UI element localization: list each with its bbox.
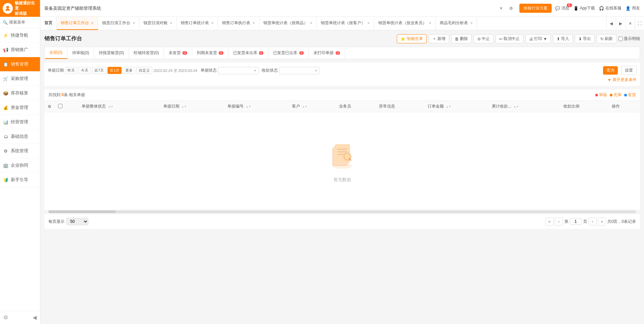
tab-scroll-left[interactable]: ◀ bbox=[606, 17, 616, 30]
tab-cash-daily-close[interactable]: ✕ bbox=[132, 21, 135, 25]
tab-product-margin-close[interactable]: ✕ bbox=[470, 21, 473, 25]
sub-tab-overdue-ship[interactable]: 到期未发货 0 bbox=[192, 47, 228, 58]
sub-tab-not-printed[interactable]: 未打印单据 0 bbox=[309, 47, 345, 58]
tab-cash-daily[interactable]: 钱货日清工作台 ✕ bbox=[98, 17, 139, 30]
sidebar-item-quicknav[interactable]: ⚡ 快捷导航 bbox=[0, 28, 40, 43]
online-service-button[interactable]: 🎧 在线客服 bbox=[599, 5, 621, 11]
import-button[interactable]: ⬆ 导入 bbox=[553, 34, 573, 43]
select-all-checkbox[interactable] bbox=[58, 104, 62, 108]
scrollbar-thumb[interactable] bbox=[48, 210, 116, 213]
col-status[interactable]: 单据整体状态 ▲▼ bbox=[78, 101, 160, 112]
col-collected[interactable]: 累计收款... ▲▼ bbox=[488, 101, 560, 112]
tab-sales-workbench[interactable]: 销售订单工作台 ✕ bbox=[57, 17, 98, 30]
suspend-button[interactable]: ⊘ 中止 bbox=[474, 34, 493, 43]
sub-tab-pending-inspect[interactable]: 待拣货验货(0) bbox=[94, 47, 129, 58]
tab-cash-reconcile[interactable]: 钱货日清对账 ✕ bbox=[139, 17, 177, 30]
batch-review-button[interactable]: 审核 bbox=[595, 92, 607, 98]
tab-sales-by-product[interactable]: 销货单统计表（按商品） ✕ bbox=[259, 17, 317, 30]
sidebar-item-finance[interactable]: 💰 资金管理 bbox=[0, 100, 40, 115]
sidebar-item-inventory[interactable]: 📦 库存核算 bbox=[0, 86, 40, 100]
date-more-btn[interactable]: 更多 bbox=[123, 67, 135, 74]
settings-icon[interactable]: ⚙ bbox=[3, 314, 8, 321]
sidebar-item-operation[interactable]: 📊 经营管理 bbox=[0, 115, 40, 129]
industry-solution-button[interactable]: 体验行业方案 bbox=[519, 4, 552, 13]
date-last7-btn[interactable]: 近7天 bbox=[92, 67, 106, 74]
sidebar-item-system[interactable]: ⚙ 系统管理 bbox=[0, 144, 40, 158]
col-settings[interactable]: ⚙ bbox=[44, 101, 55, 112]
cancel-suspend-button[interactable]: ↩ 取消中止 bbox=[496, 34, 523, 43]
tab-sales-workbench-close[interactable]: ✕ bbox=[91, 21, 94, 25]
sidebar-item-marketing[interactable]: 📢 营销推广 bbox=[0, 43, 40, 57]
print-button[interactable]: 🖨 打印 ▼ bbox=[525, 34, 551, 43]
sub-tab-not-shipped[interactable]: 未发货 0 bbox=[164, 47, 192, 58]
sidebar-item-base[interactable]: 🗂 基础信息 bbox=[0, 129, 40, 144]
smart-create-button[interactable]: ⭐ 智能生单 bbox=[397, 34, 427, 43]
col-ratio[interactable]: 收款比例 bbox=[560, 101, 608, 112]
page-number-input[interactable] bbox=[570, 218, 582, 225]
page-label: 第 bbox=[564, 219, 568, 225]
per-page-select[interactable]: 50 20 100 bbox=[67, 218, 88, 225]
query-button[interactable]: 查询 bbox=[603, 66, 618, 75]
tab-sales-by-customer[interactable]: 销货单统计表（按客户） ✕ bbox=[317, 17, 374, 30]
tab-sales-by-staff[interactable]: 销货单统计表（按业务员） ✕ bbox=[374, 17, 436, 30]
prev-page-button[interactable]: ‹ bbox=[555, 217, 563, 226]
show-detail-checkbox-label[interactable]: 显示明细 bbox=[618, 36, 640, 42]
col-customer[interactable]: 客户 ▲▼ bbox=[289, 101, 336, 112]
settings-button[interactable]: 设置 bbox=[621, 66, 637, 75]
sidebar-item-guide[interactable]: 🔰 新手引导 bbox=[0, 173, 40, 187]
tab-sales-by-staff-close[interactable]: ✕ bbox=[429, 21, 431, 25]
messages-button[interactable]: 💬 消息 6 bbox=[555, 5, 569, 11]
sidebar-search[interactable]: 🔍 搜索菜单 bbox=[0, 17, 40, 28]
sub-tab-all[interactable]: 全部(0) bbox=[45, 47, 68, 59]
sidebar-item-enterprise[interactable]: 🏢 企业协同 bbox=[0, 158, 40, 173]
tab-sales-exec[interactable]: 销售订单执行表 ✕ bbox=[218, 17, 259, 30]
last-page-button[interactable]: » bbox=[598, 217, 606, 226]
date-last1m-btn[interactable]: 近1月 bbox=[108, 67, 122, 74]
col-staff[interactable]: 业务员 bbox=[336, 101, 376, 112]
payment-select[interactable] bbox=[279, 67, 319, 74]
first-page-button[interactable]: « bbox=[546, 217, 554, 226]
col-date[interactable]: 单据日期 ▲▼ bbox=[160, 101, 224, 112]
collapse-icon[interactable]: ◀ bbox=[33, 314, 37, 321]
status-select[interactable] bbox=[218, 67, 258, 74]
batch-cancel-review-button[interactable]: 充审 bbox=[610, 92, 621, 98]
sub-tab-shipped-warehoused[interactable]: 已发货已出库 0 bbox=[268, 47, 309, 58]
col-abnormal[interactable]: 异常信息 bbox=[376, 101, 424, 112]
user-menu-button[interactable]: 👤 用友 bbox=[626, 5, 640, 11]
header-gear-button[interactable]: ⚙ bbox=[507, 4, 516, 13]
tab-sales-by-customer-close[interactable]: ✕ bbox=[367, 21, 370, 25]
tab-close-all[interactable]: ✕ bbox=[625, 17, 635, 30]
date-today-btn[interactable]: 今天 bbox=[79, 67, 91, 74]
sidebar-item-purchase[interactable]: 🛒 采购管理 bbox=[0, 72, 40, 86]
sub-tab-wangpu-ship[interactable]: 旺铺待发货(0) bbox=[129, 47, 164, 58]
sidebar-item-sales[interactable]: 📋 销售管理 bbox=[0, 57, 40, 72]
date-custom-btn[interactable]: 自定义 bbox=[136, 67, 152, 74]
col-checkbox[interactable] bbox=[55, 101, 78, 112]
delete-button[interactable]: 🗑 删除 bbox=[451, 34, 472, 43]
col-number[interactable]: 单据编号 ▲▼ bbox=[224, 101, 289, 112]
tab-sales-stats-close[interactable]: ✕ bbox=[211, 21, 214, 25]
tab-home[interactable]: 首页 bbox=[40, 17, 57, 30]
header-dropdown-icon[interactable]: ▼ bbox=[499, 6, 503, 11]
date-yesterday-btn[interactable]: 昨天 bbox=[65, 67, 77, 74]
tab-scroll-right[interactable]: ▶ bbox=[616, 17, 625, 30]
show-detail-checkbox[interactable] bbox=[618, 37, 623, 41]
status-filter-label: 单据状态 bbox=[201, 68, 217, 73]
tab-sales-exec-close[interactable]: ✕ bbox=[252, 21, 255, 25]
export-button[interactable]: ⬇ 导出 bbox=[575, 34, 595, 43]
expand-filters-button[interactable]: ▼ 展开更多条件 bbox=[607, 77, 637, 83]
tab-sales-stats[interactable]: 销售订单统计表 ✕ bbox=[177, 17, 218, 30]
refresh-button[interactable]: ↻ 刷新 bbox=[597, 34, 616, 43]
horizontal-scrollbar[interactable] bbox=[44, 210, 640, 214]
sub-tab-pending-review[interactable]: 待审核(0) bbox=[68, 47, 94, 58]
col-amount[interactable]: 订单金额 ▲▼ bbox=[424, 101, 489, 112]
new-button[interactable]: ＋ 新增 bbox=[429, 34, 449, 43]
tab-maximize[interactable]: ⛶ bbox=[635, 17, 644, 30]
app-download-button[interactable]: 📱 App下载 bbox=[573, 5, 595, 11]
tab-sales-by-product-close[interactable]: ✕ bbox=[310, 21, 312, 25]
batch-ship-button[interactable]: 发货 bbox=[624, 92, 636, 98]
sub-tab-shipped-not-warehoused[interactable]: 已发货未出库 0 bbox=[228, 47, 269, 58]
tab-product-margin[interactable]: 商品毛利分析表 ✕ bbox=[436, 17, 477, 30]
tab-cash-reconcile-close[interactable]: ✕ bbox=[170, 21, 172, 25]
next-page-button[interactable]: › bbox=[589, 217, 597, 226]
